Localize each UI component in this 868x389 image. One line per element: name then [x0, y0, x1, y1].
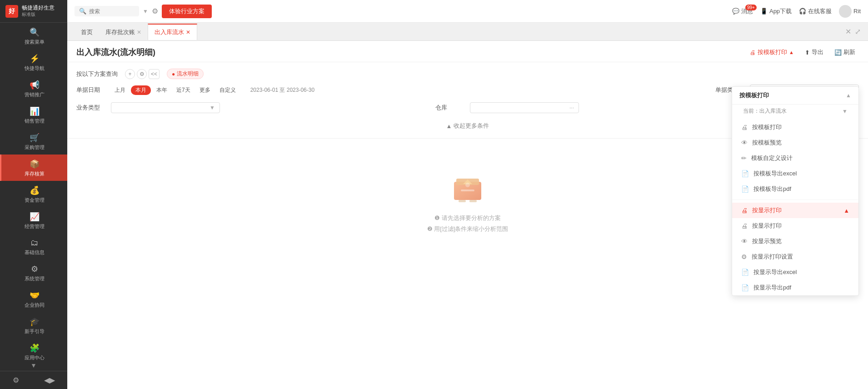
biz-type-select[interactable]: ▼ [111, 102, 220, 113]
date-tab-last-month[interactable]: 上月 [111, 85, 129, 95]
sidebar-item-label-basic: 基础信息 [25, 249, 45, 256]
topbar-left: 🔍 ▼ ⚙ 体验行业方案 [75, 5, 212, 18]
template-custom-item[interactable]: ✏ 模板自定义设计 [732, 150, 858, 166]
marketing-icon: 📢 [30, 80, 40, 90]
guide-icon: 🎓 [30, 317, 40, 327]
date-tab-7days[interactable]: 近7天 [173, 85, 194, 95]
display-preview-item[interactable]: 👁 按显示预览 [732, 234, 858, 249]
app-download-button[interactable]: 📱 App下载 [760, 7, 792, 15]
sidebar-item-quick-nav[interactable]: ⚡ 快捷导航 [0, 49, 67, 75]
search-input[interactable] [89, 8, 135, 15]
sidebar-item-marketing[interactable]: 📢 营销推广 [0, 75, 67, 102]
template-export-excel-item[interactable]: 📄 按模板导出excel [732, 166, 858, 181]
template-export-excel-icon: 📄 [741, 170, 749, 177]
print-template-label: 按模板打印 [758, 48, 787, 56]
tabs-bar: 首页 库存批次账 ✕ 出入库流水 ✕ ✕ ⤢ [67, 23, 868, 41]
date-tab-more[interactable]: 更多 [196, 85, 214, 95]
dropdown-current-item: 当前：出入库流水 ▼ [732, 105, 858, 118]
current-label: 当前：出入库流水 [743, 107, 787, 115]
messages-button[interactable]: 💬 消息 99+ [732, 7, 753, 15]
sales-icon: 📊 [30, 106, 40, 116]
svg-rect-6 [469, 200, 477, 202]
date-tab-this-month[interactable]: 本月 [131, 85, 151, 95]
topbar-settings-icon[interactable]: ⚙ [152, 7, 158, 15]
tab-in-out-flow-label: 出入库流水 [155, 28, 184, 36]
template-export-pdf-icon: 📄 [741, 185, 749, 193]
display-print-settings-item[interactable]: ⚙ 按显示打印设置 [732, 249, 858, 264]
chevron-up-icon: ▲ [446, 123, 452, 130]
dropdown-scroll-area: 当前：出入库流水 ▼ 🖨 按模板打印 👁 按模板预览 ✏ 模板自定 [732, 105, 858, 295]
collapse-sidebar-icon[interactable]: ◀▶ [44, 376, 55, 384]
sidebar-item-operations[interactable]: 📈 经营管理 [0, 207, 67, 234]
sidebar-item-label-inventory: 库存核算 [25, 170, 45, 177]
main-area: 🔍 ▼ ⚙ 体验行业方案 💬 消息 99+ 📱 App下载 🎧 在线客服 [67, 0, 868, 389]
sidebar-item-finance[interactable]: 💰 资金管理 [0, 181, 67, 207]
filter-settings-button[interactable]: ⚙ [137, 69, 147, 79]
topbar-search-box[interactable]: 🔍 [75, 6, 139, 16]
export-button[interactable]: ⬆ 导出 [801, 46, 827, 58]
template-preview-item[interactable]: 👁 按模板预览 [732, 135, 858, 150]
tab-home[interactable]: 首页 [75, 24, 99, 40]
tab-in-out-flow-close[interactable]: ✕ [186, 29, 190, 35]
collapse-label: 收起更多条件 [454, 122, 489, 130]
tag-label: 流水明细 [177, 70, 199, 78]
sidebar-item-collab[interactable]: 🤝 企业协同 [0, 286, 67, 312]
warehouse-label: 仓库 [435, 104, 463, 112]
dropdown-title: 按模板打印 [739, 91, 769, 100]
template-print-item[interactable]: 🖨 按模板打印 [732, 120, 858, 135]
current-chevron-down-icon: ▼ [842, 108, 848, 115]
dropdown-header[interactable]: 按模板打印 ▲ [732, 87, 858, 105]
display-print-section: 🖨 按显示打印 ▲ 🖨 按显示打印 👁 按显示预览 ⚙ 按显示打印设置 [732, 201, 858, 295]
sidebar-scroll-down[interactable]: ▼ [0, 360, 67, 371]
date-tab-custom[interactable]: 自定义 [216, 85, 239, 95]
display-export-pdf-item[interactable]: 📄 按显示导出pdf [732, 280, 858, 295]
display-print-item[interactable]: 🖨 按显示打印 [732, 218, 858, 234]
sidebar-item-purchase[interactable]: 🛒 采购管理 [0, 128, 67, 155]
page-title: 出入库流水(流水明细) [76, 47, 155, 58]
refresh-label: 刷新 [843, 48, 855, 56]
sidebar-item-inventory[interactable]: 📦 库存核算 [0, 155, 67, 181]
active-filter-tag[interactable]: ● 流水明细 [167, 69, 204, 79]
search-dropdown-icon[interactable]: ▼ [143, 8, 148, 15]
date-tab-this-year[interactable]: 本年 [153, 85, 171, 95]
settings-bottom-icon[interactable]: ⚙ [13, 376, 19, 384]
tab-in-out-flow[interactable]: 出入库流水 ✕ [148, 24, 197, 40]
date-label: 单据日期 [76, 86, 104, 94]
tab-batch-account[interactable]: 库存批次账 ✕ [99, 24, 148, 40]
sidebar-item-sales[interactable]: 📊 销售管理 [0, 102, 67, 128]
inventory-icon: 📦 [30, 159, 40, 169]
display-print-section-header[interactable]: 🖨 按显示打印 ▲ [732, 203, 858, 218]
display-export-pdf-label: 按显示导出pdf [753, 284, 791, 292]
display-export-excel-item[interactable]: 📄 按显示导出excel [732, 264, 858, 280]
tab-close-all-icon[interactable]: ✕ [845, 27, 851, 36]
user-avatar-area[interactable]: Rit [839, 5, 861, 18]
sidebar-item-apps[interactable]: 🧩 应用中心 [0, 339, 67, 360]
sidebar-item-search[interactable]: 🔍 搜索菜单 [0, 23, 67, 49]
template-export-pdf-item[interactable]: 📄 按模板导出pdf [732, 181, 858, 197]
topbar: 🔍 ▼ ⚙ 体验行业方案 💬 消息 99+ 📱 App下载 🎧 在线客服 [67, 0, 868, 23]
warehouse-more-icon[interactable]: ··· [569, 105, 574, 111]
display-export-excel-icon: 📄 [741, 269, 749, 276]
tab-expand-icon[interactable]: ⤢ [855, 27, 861, 36]
sidebar-item-guide[interactable]: 🎓 新手引导 [0, 312, 67, 339]
chevron-down-icon: ▼ [30, 362, 37, 369]
display-preview-label: 按显示预览 [752, 237, 782, 245]
display-print-settings-icon: ⚙ [741, 253, 747, 260]
add-filter-button[interactable]: + [125, 69, 135, 79]
collapse-more-button[interactable]: ▲ 收起更多条件 [446, 120, 489, 132]
trial-industry-button[interactable]: 体验行业方案 [162, 5, 212, 18]
online-service-button[interactable]: 🎧 在线客服 [799, 7, 832, 15]
display-print-header-icon: 🖨 [741, 207, 748, 214]
filter-collapse-button[interactable]: << [149, 69, 160, 79]
message-icon: 💬 [732, 8, 739, 15]
sidebar-item-label-collab: 企业协同 [25, 302, 45, 309]
sidebar-item-basic[interactable]: 🗂 基础信息 [0, 234, 67, 259]
sidebar-item-label-quick-nav: 快捷导航 [25, 65, 45, 72]
warehouse-select[interactable]: ··· [470, 102, 579, 113]
refresh-button[interactable]: 🔄 刷新 [831, 46, 859, 58]
display-export-excel-label: 按显示导出excel [753, 268, 797, 276]
svg-rect-3 [461, 190, 474, 191]
tab-batch-account-close[interactable]: ✕ [137, 29, 141, 35]
sidebar-item-system[interactable]: ⚙ 系统管理 [0, 259, 67, 286]
print-template-button[interactable]: 🖨 按模板打印 ▲ [746, 46, 798, 58]
